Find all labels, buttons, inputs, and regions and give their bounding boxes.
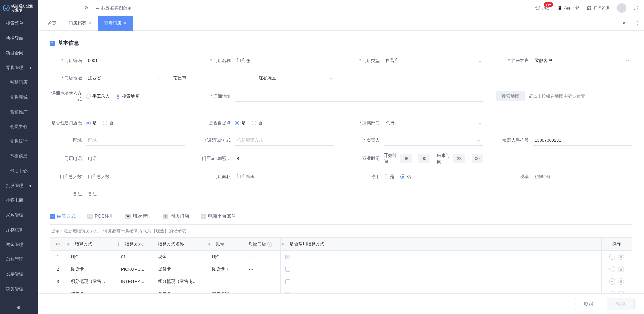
radio-warehouse-no[interactable]: 否 — [103, 120, 113, 126]
add-icon[interactable]: + — [609, 291, 615, 293]
district-select[interactable]: 红谷滩区⌄ — [257, 73, 334, 83]
store-code-input[interactable] — [86, 55, 185, 66]
gear-icon[interactable]: ⚙ — [84, 5, 88, 10]
city-select[interactable]: 南昌市⌄ — [171, 73, 249, 83]
radio-disabled-no[interactable]: 否 — [400, 174, 411, 180]
sidebar-item-fund[interactable]: 资金管理 — [0, 237, 38, 252]
region-select[interactable]: 区域⌄ — [86, 135, 185, 146]
radio-pickup-no[interactable]: 否 — [252, 120, 262, 126]
save-button[interactable]: 保存 — [607, 298, 635, 310]
sidebar-item-project[interactable]: 项目合同 — [0, 46, 38, 60]
add-icon[interactable]: + — [609, 278, 615, 285]
cell-method[interactable]: 储值卡 — [66, 288, 116, 294]
subtab-shift[interactable]: 📅班次管理 — [125, 211, 152, 222]
cell-common[interactable] — [281, 251, 602, 263]
cell-method[interactable]: 积分抵现（零售... — [66, 275, 116, 288]
cell-common[interactable] — [281, 263, 602, 275]
sidebar-item-retailmall[interactable]: 零售商城 — [0, 90, 38, 105]
checkbox[interactable] — [285, 255, 290, 259]
radio-warehouse-yes[interactable]: 是 — [86, 120, 97, 126]
manager-phone-input[interactable] — [533, 135, 632, 146]
cancel-button[interactable]: 取消 — [575, 298, 602, 310]
cell-common[interactable] — [281, 288, 602, 294]
avatar[interactable] — [617, 3, 626, 13]
sidebar-item-inventory[interactable]: 库存核算 — [0, 223, 38, 237]
sidebar-item-search[interactable]: 搜索菜单 — [0, 16, 38, 31]
province-select[interactable]: 江西省⌄ — [86, 73, 163, 83]
sidebar-item-quicknav[interactable]: 快捷导航 — [0, 31, 38, 46]
cell-account[interactable]: 现金 — [207, 251, 244, 263]
add-icon[interactable]: + — [609, 254, 615, 260]
manager-select[interactable]: ⋯ — [384, 135, 483, 146]
dist-mode-select[interactable]: 总部配货方式⌄ — [235, 135, 334, 146]
customer-select[interactable]: 零散客户⋯ — [533, 55, 632, 66]
th-common[interactable]: ▴▾是否常用结算方式 — [281, 238, 602, 251]
cell-account[interactable]: 零售抵现 — [207, 288, 244, 294]
store-name-input[interactable] — [235, 55, 334, 66]
sidebar-item-basicinfo[interactable]: 基础信息 — [0, 149, 38, 164]
sidebar-item-invoice[interactable]: 发票管理 — [0, 267, 38, 281]
org-selector[interactable]: ⌄ — [44, 5, 77, 10]
sidebar-item-help[interactable]: 帮助中心 — [0, 164, 38, 178]
messages-button[interactable]: 💬 消息 99+ — [535, 5, 550, 11]
tax-rate-input[interactable] — [533, 171, 632, 182]
search-map-button[interactable]: 搜索地图 — [496, 91, 525, 101]
demo-link[interactable]: ☁ 我要看实例演示 — [95, 5, 132, 11]
app-download-button[interactable]: 📱 App下载 — [557, 5, 579, 11]
pos-encrypt-input[interactable] — [235, 153, 334, 164]
sidebar-item-ledger[interactable]: 总账管理 — [0, 252, 38, 267]
radio-disabled-yes[interactable]: 是 — [384, 174, 394, 180]
checkbox[interactable] — [285, 267, 290, 272]
sidebar-item-purchase[interactable]: 采购管理 — [0, 208, 38, 223]
sidebar-settings[interactable]: ⚙ — [0, 301, 38, 314]
detail-addr-input[interactable] — [235, 91, 483, 102]
radio-map[interactable]: 搜索地图 — [116, 93, 140, 99]
cell-account[interactable] — [207, 275, 244, 288]
th-method-code[interactable]: ▴▾结算方式… — [116, 238, 153, 251]
expand-icon[interactable]: ⛶ — [632, 19, 640, 28]
sidebar-item-retailstats[interactable]: 零售统计 — [0, 134, 38, 149]
th-method-name[interactable]: 结算方式名称 — [153, 238, 207, 251]
add-icon[interactable]: + — [609, 266, 615, 272]
sidebar-logo[interactable]: 畅捷通好业财 专业版 — [0, 0, 38, 16]
sidebar-item-wholesale[interactable]: 批发管理▾ — [0, 178, 38, 193]
store-type-select[interactable]: 自营店⌄ — [384, 55, 483, 66]
th-gear[interactable]: ⚙ — [50, 238, 66, 251]
close-all-icon[interactable]: ✕ — [620, 19, 628, 28]
checkbox[interactable] — [285, 279, 290, 284]
cell-method[interactable]: 现金 — [66, 251, 116, 263]
help-icon[interactable]: ? — [267, 242, 272, 247]
store-phone-input[interactable] — [86, 153, 185, 164]
sidebar-item-retail[interactable]: 零售管理▴ — [0, 60, 38, 75]
subtab-ecommerce-acct[interactable]: A电商平台账号 — [201, 211, 236, 222]
tab-store-archive[interactable]: 门店档案✕ — [63, 16, 98, 31]
fullscreen-icon[interactable]: ⛶ — [634, 5, 638, 10]
tab-view-store[interactable]: 查看门店✕ — [98, 16, 133, 31]
trash-icon[interactable]: 🗑 — [618, 254, 624, 260]
tab-home[interactable]: 首页 — [42, 16, 63, 31]
radio-pickup-yes[interactable]: 是 — [235, 120, 246, 126]
end-min[interactable]: 00 — [472, 154, 483, 163]
trash-icon[interactable]: 🗑 — [618, 278, 624, 285]
subtab-pos-register[interactable]: ⌨POS注册 — [87, 211, 114, 222]
sidebar-item-ecommerce[interactable]: 小畅电商 — [0, 193, 38, 208]
radio-manual[interactable]: 手工录入 — [86, 93, 110, 99]
sidebar-item-tax[interactable]: 税务管理 — [0, 281, 38, 296]
sidebar-item-marketing[interactable]: 营销推广 — [0, 105, 38, 119]
th-store[interactable]: 对应门店? — [244, 238, 281, 251]
sidebar-item-smartstore[interactable]: 智慧门店 — [0, 75, 38, 90]
subtab-nearby[interactable]: 📍周边门店 — [163, 211, 189, 222]
sidebar-item-member[interactable]: 会员中心 — [0, 119, 38, 134]
start-min[interactable]: 00 — [418, 154, 430, 163]
cell-account[interactable]: 提货卡（... — [207, 263, 244, 275]
customer-service-button[interactable]: 🎧 在线客服 — [587, 5, 609, 11]
headcount-input[interactable] — [86, 171, 185, 182]
area-input[interactable] — [235, 171, 334, 182]
th-account[interactable]: ▴▾账号 — [207, 238, 244, 251]
trash-icon[interactable]: 🗑 — [618, 266, 624, 272]
department-select[interactable]: 总 部⌄ — [384, 118, 483, 128]
start-hour[interactable]: 08 — [400, 154, 412, 163]
th-method[interactable]: ▴▾结算方式 — [66, 238, 116, 251]
subtab-settlement[interactable]: ≡结算方式 — [50, 211, 76, 222]
end-hour[interactable]: 23 — [453, 154, 465, 163]
